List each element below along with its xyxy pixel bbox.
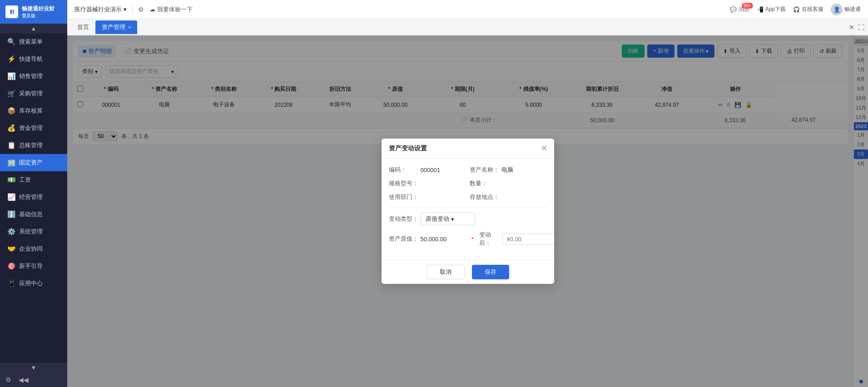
sidebar-item-label: 库存核算	[19, 107, 43, 115]
modal-pair-3: 使用部门： 存放地点：	[389, 193, 547, 201]
sidebar-scroll-up[interactable]: ▲	[0, 24, 67, 33]
sidebar-item-search[interactable]: 🔍 搜索菜单	[0, 33, 67, 50]
sales-icon: 📊	[7, 72, 15, 80]
search-icon: 🔍	[7, 38, 15, 46]
sidebar-item-general-ledger[interactable]: 📋 总账管理	[0, 137, 67, 154]
tab-home[interactable]: 首页	[71, 20, 95, 34]
sidebar-item-label: 应用中心	[19, 279, 43, 288]
service-icon: 🎧	[793, 6, 800, 13]
cloud-icon: ☁	[149, 6, 155, 13]
modal-footer: 取消 保存	[382, 260, 554, 284]
modal-info-row-1: 编码： 000001 资产名称： 电脑	[389, 166, 547, 174]
sidebar-item-guide[interactable]: 🎯 新手引导	[0, 258, 67, 275]
experience-btn[interactable]: ☁ 我要体验一下	[149, 5, 193, 14]
modal-pair-2: 规格型号： 数量：	[389, 179, 547, 188]
sidebar-item-cooperation[interactable]: 🤝 企业协同	[0, 240, 67, 258]
tab-expand-icon[interactable]: ⛶	[858, 24, 864, 31]
system-icon: ⚙️	[7, 228, 15, 236]
modal-pair-1: 编码： 000001 资产名称： 电脑	[389, 166, 547, 174]
asset-change-modal: 资产变动设置 ✕ 编码： 000001 资产名称： 电脑	[382, 139, 554, 284]
messages-btn[interactable]: 💬 消息 99+	[730, 5, 749, 13]
tabbar-right: ✕ ⛶	[849, 24, 864, 31]
required-star: *	[471, 236, 474, 243]
sidebar-item-label: 搜索菜单	[19, 38, 43, 46]
modal-change-type-row: 变动类型： 原值变动 ▾	[389, 213, 547, 225]
modal-close-btn[interactable]: ✕	[541, 144, 547, 153]
payroll-icon: 💵	[7, 176, 15, 184]
modal-value-row: 资产原值： 50,000.00 * 变动后：	[389, 231, 547, 247]
app-download-btn[interactable]: 📲 App下载	[757, 5, 786, 13]
modal-location: 存放地点：	[470, 193, 547, 201]
modal-name: 资产名称： 电脑	[470, 166, 547, 174]
tab-close-window[interactable]: ✕	[849, 24, 854, 31]
sidebar-item-operations[interactable]: 📈 经营管理	[0, 189, 67, 206]
sidebar-item-inventory[interactable]: 📦 库存核算	[0, 102, 67, 119]
modal-spec: 规格型号：	[389, 179, 466, 188]
topbar-gear-icon[interactable]: ⚙	[138, 6, 144, 13]
dropdown-icon: ▾	[124, 6, 127, 13]
logo-sub: 普及版	[22, 13, 55, 19]
operations-icon: 📈	[7, 193, 15, 201]
collapse-icon[interactable]: ◀◀	[19, 376, 29, 383]
sidebar-item-label: 快捷导航	[19, 55, 43, 63]
change-type-dropdown-icon: ▾	[451, 216, 454, 223]
modal-dept: 使用部门：	[389, 193, 466, 201]
sidebar-item-label: 工资	[19, 176, 31, 184]
modal-title: 资产变动设置	[389, 144, 427, 153]
tab-asset-management[interactable]: 资产管理 ×	[95, 20, 137, 34]
message-icon: 💬	[730, 6, 737, 13]
quick-nav-icon: ⚡	[7, 55, 15, 63]
sidebar-item-sales[interactable]: 📊 销售管理	[0, 68, 67, 85]
original-value-display: 50,000.00	[421, 236, 466, 243]
general-ledger-icon: 📋	[7, 141, 15, 149]
sidebar-item-purchase[interactable]: 🛒 采购管理	[0, 85, 67, 102]
sidebar: 财 畅捷通好业财 普及版 ▲ 🔍 搜索菜单 ⚡ 快捷导航 📊 销售管理 🛒 采购…	[0, 0, 67, 387]
online-service-btn[interactable]: 🎧 在线客服	[793, 5, 823, 13]
sidebar-item-label: 经营管理	[19, 193, 43, 201]
tabbar: 首页 资产管理 × ✕ ⛶	[67, 19, 868, 35]
sidebar-item-fixed-assets[interactable]: 🏢 固定资产	[0, 154, 67, 171]
modal-overlay: 资产变动设置 ✕ 编码： 000001 资产名称： 电脑	[67, 35, 868, 387]
message-badge: 99+	[742, 3, 753, 9]
user-btn[interactable]: 👤 畅捷通	[831, 4, 861, 15]
company-selector[interactable]: 医疗器械行业演示 ▾	[74, 5, 127, 14]
inventory-icon: 📦	[7, 107, 15, 115]
sidebar-item-label: 系统管理	[19, 228, 43, 236]
modal-info-row-2: 规格型号： 数量：	[389, 179, 547, 188]
sidebar-item-label: 企业协同	[19, 245, 43, 253]
sidebar-item-payroll[interactable]: 💵 工资	[0, 171, 67, 189]
sidebar-item-quick-nav[interactable]: ⚡ 快捷导航	[0, 50, 67, 68]
guide-icon: 🎯	[7, 262, 15, 270]
sidebar-item-label: 采购管理	[19, 89, 43, 98]
sidebar-item-basic-info[interactable]: ℹ️ 基础信息	[0, 206, 67, 223]
tab-close-icon[interactable]: ×	[128, 25, 131, 30]
modal-divider	[389, 207, 547, 207]
logo-icon: 财	[5, 5, 18, 18]
sidebar-nav: 🔍 搜索菜单 ⚡ 快捷导航 📊 销售管理 🛒 采购管理 📦 库存核算 💰 资金管…	[0, 33, 67, 363]
sidebar-logo: 财 畅捷通好业财 普及版	[0, 0, 67, 24]
avatar: 👤	[831, 4, 843, 15]
sidebar-item-finance[interactable]: 💰 资金管理	[0, 119, 67, 137]
after-value-input[interactable]	[502, 233, 554, 245]
logo-text: 畅捷通好业财	[22, 5, 55, 13]
change-type-select[interactable]: 原值变动 ▾	[421, 213, 475, 225]
sidebar-item-app-center[interactable]: 📱 应用中心	[0, 275, 67, 292]
sidebar-scroll-down[interactable]: ▼	[0, 363, 67, 372]
save-button[interactable]: 保存	[472, 265, 509, 279]
finance-icon: 💰	[7, 124, 15, 132]
modal-info-row-3: 使用部门： 存放地点：	[389, 193, 547, 201]
download-icon: 📲	[757, 6, 764, 13]
modal-quantity: 数量：	[470, 179, 547, 188]
sidebar-item-label: 基础信息	[19, 210, 43, 218]
company-name: 医疗器械行业演示	[74, 5, 122, 14]
cancel-button[interactable]: 取消	[427, 265, 465, 279]
topbar-right: 💬 消息 99+ 📲 App下载 🎧 在线客服 👤 畅捷通	[730, 4, 861, 15]
fixed-assets-icon: 🏢	[7, 159, 15, 167]
sidebar-item-system[interactable]: ⚙️ 系统管理	[0, 223, 67, 240]
app-center-icon: 📱	[7, 279, 15, 288]
content-area: 资产明细 📄 变更生成凭证 刘账 + 新增 批量操作 ▾	[67, 35, 868, 387]
modal-body: 编码： 000001 资产名称： 电脑	[382, 159, 554, 260]
topbar: 医疗器械行业演示 ▾ ⚙ ☁ 我要体验一下 💬 消息 99+ 📲 App下载 🎧…	[67, 0, 868, 19]
sidebar-item-label: 总账管理	[19, 141, 43, 149]
settings-icon[interactable]: ⚙	[5, 376, 11, 383]
